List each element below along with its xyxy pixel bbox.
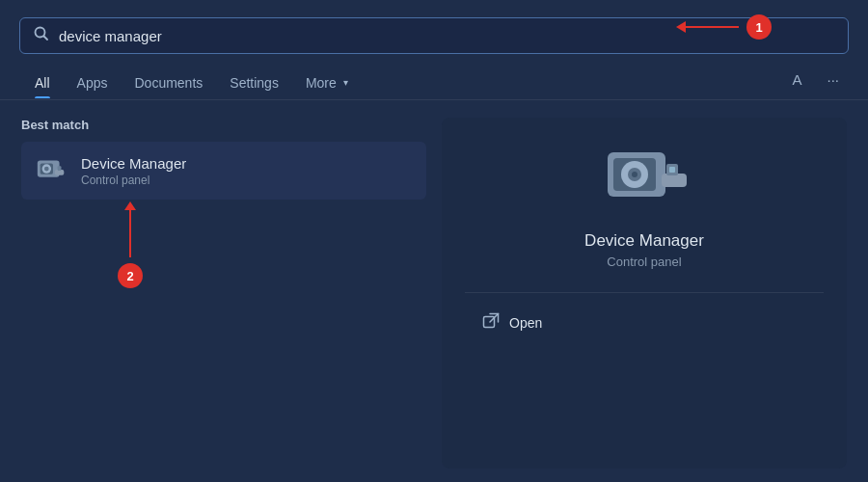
main-content: Best match Device Manager Control p [0, 100, 868, 482]
tab-settings[interactable]: Settings [216, 69, 292, 98]
tab-actions: A ··· [784, 67, 847, 99]
font-size-button[interactable]: A [784, 67, 809, 92]
right-panel: Device Manager Control panel Open [442, 118, 847, 469]
svg-point-12 [632, 172, 637, 177]
more-options-button[interactable]: ··· [819, 67, 847, 92]
windows-search-panel: device manager 1 All Apps Documents Sett… [0, 0, 868, 482]
detail-divider [465, 292, 824, 293]
annotation-badge-2: 2 [118, 263, 143, 288]
detail-icon [606, 147, 683, 214]
tab-all[interactable]: All [21, 69, 64, 98]
svg-line-1 [44, 37, 48, 40]
tab-documents[interactable]: Documents [121, 69, 216, 98]
svg-rect-7 [58, 166, 62, 171]
search-icon [34, 26, 49, 45]
result-title: Device Manager [81, 155, 186, 172]
search-tabs: All Apps Documents Settings More ▾ A ··· [0, 58, 868, 100]
result-item-device-manager[interactable]: Device Manager Control panel [21, 142, 426, 200]
device-manager-result-icon [35, 153, 69, 188]
best-match-label: Best match [21, 118, 426, 132]
result-subtitle: Control panel [81, 174, 186, 187]
arrow-head [676, 21, 686, 33]
annotation-1-arrow [676, 21, 739, 33]
left-panel: Best match Device Manager Control p [21, 118, 426, 469]
detail-dm-icon-svg [606, 147, 691, 214]
search-bar-area: device manager 1 [19, 0, 849, 54]
svg-rect-15 [669, 167, 675, 173]
arrow-line [686, 26, 739, 29]
open-button[interactable]: Open [475, 308, 550, 337]
open-external-icon [482, 312, 500, 334]
dm-icon-svg [35, 152, 69, 189]
tab-more[interactable]: More ▾ [292, 69, 362, 98]
svg-point-5 [44, 167, 49, 172]
chevron-down-icon: ▾ [343, 77, 348, 88]
svg-rect-13 [662, 174, 687, 187]
tab-apps[interactable]: Apps [64, 69, 122, 98]
search-input-wrapper[interactable]: device manager 1 [19, 17, 849, 54]
detail-subtitle: Control panel [607, 254, 681, 269]
annotation-badge-1: 1 [746, 14, 772, 40]
open-label: Open [509, 315, 542, 331]
annotation-2-arrowhead [124, 201, 136, 210]
annotation-2-group: 2 [118, 209, 143, 288]
result-info: Device Manager Control panel [81, 155, 186, 187]
detail-title: Device Manager [584, 231, 704, 251]
annotation-1-group: 1 [676, 14, 772, 40]
annotation-2-area: 2 [21, 200, 426, 286]
annotation-2-line [129, 209, 132, 257]
